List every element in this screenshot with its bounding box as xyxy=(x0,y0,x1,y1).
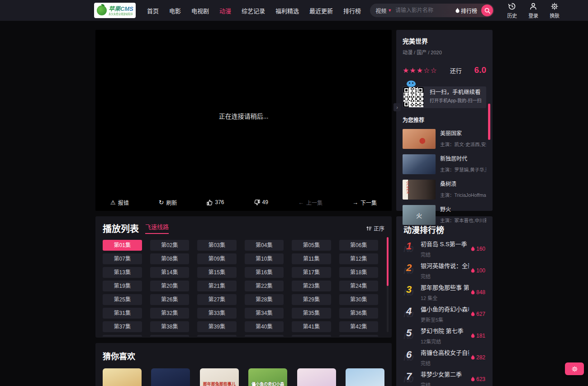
ranking-item[interactable]: N03那年那兔那些事 第二...12 集全848 xyxy=(403,284,485,300)
prev-episode-button[interactable]: ← 上一集 xyxy=(298,199,322,206)
recommend-item[interactable]: ULBER桑树渍主演：TriciaJoHoffman,Ba... xyxy=(403,180,486,200)
login-button[interactable]: 登录 xyxy=(526,2,540,19)
episode-button[interactable]: 第17集 xyxy=(292,267,331,278)
search-hot-ranking-link[interactable]: 排行榜 xyxy=(455,7,477,14)
ranking-heat-count: 160 xyxy=(476,246,485,252)
episode-button[interactable]: 第31集 xyxy=(103,308,142,319)
video-player[interactable]: 正在连接请稍后... ⚠ 报错 ↻ 刷新 376 49 xyxy=(95,30,392,211)
nav-item-3[interactable]: 动漫 xyxy=(219,6,231,15)
episode-button[interactable]: 第07集 xyxy=(103,253,142,264)
episode-button[interactable]: 第12集 xyxy=(339,253,379,264)
episode-button[interactable]: 第02集 xyxy=(150,240,190,251)
playlist-line-tab[interactable]: 飞速线路 xyxy=(145,222,169,234)
search-category-dropdown[interactable]: 视频 ▼ xyxy=(375,7,392,14)
episode-button[interactable]: 第41集 xyxy=(292,321,331,332)
dislike-count: 49 xyxy=(262,199,268,205)
episode-button[interactable]: 第06集 xyxy=(339,240,379,251)
episode-button[interactable]: 第13集 xyxy=(103,267,142,278)
guess-poster[interactable]: 那年那兔那些事儿 xyxy=(200,368,239,386)
nav-item-1[interactable]: 电影 xyxy=(169,6,181,15)
recommend-item[interactable]: 新独居时代主演：罗慧娟,黄子华,甄楚倩... xyxy=(403,154,486,174)
nav-item-2[interactable]: 电视剧 xyxy=(191,6,209,15)
episode-button[interactable]: 第47集 xyxy=(292,335,331,337)
episode-button[interactable]: 第25集 xyxy=(103,294,142,305)
episode-button[interactable]: 第45集 xyxy=(197,335,237,337)
episode-button[interactable]: 第33集 xyxy=(197,308,237,319)
guess-poster[interactable] xyxy=(103,368,142,386)
dislike-button[interactable]: 49 xyxy=(254,199,268,205)
episode-button[interactable]: 第35集 xyxy=(292,308,331,319)
episode-button[interactable]: 第15集 xyxy=(197,267,237,278)
site-logo[interactable]: 苹果CMS 永久免费全能建站程序 xyxy=(94,3,136,18)
floating-settings-button[interactable] xyxy=(565,362,584,375)
episode-button[interactable]: 第23集 xyxy=(292,281,331,291)
episode-button[interactable]: 第42集 xyxy=(339,321,379,332)
episode-button[interactable]: 第46集 xyxy=(245,335,284,337)
recommend-item[interactable]: 美丽国家主演：凯文·史派西,安妮特... xyxy=(403,129,486,149)
episode-button[interactable]: 第40集 xyxy=(245,321,284,332)
episode-button[interactable]: 第28集 xyxy=(245,294,284,305)
skin-button[interactable]: 换肤 xyxy=(548,2,561,19)
recommend-collapse-arrow[interactable]: › xyxy=(394,103,401,111)
episode-button[interactable]: 第09集 xyxy=(197,253,237,264)
episode-button[interactable]: 第29集 xyxy=(292,294,331,305)
search-button[interactable] xyxy=(481,5,493,16)
refresh-button[interactable]: ↻ 刷新 xyxy=(159,199,177,206)
search-input[interactable] xyxy=(392,7,455,14)
episode-button[interactable]: 第05集 xyxy=(292,240,331,251)
like-button[interactable]: 376 xyxy=(207,199,224,205)
recommend-item[interactable]: 火野火主演：冢本晋也,中川雅也,中... xyxy=(403,205,486,225)
episode-button[interactable]: 第30集 xyxy=(339,294,379,305)
history-button[interactable]: 历史 xyxy=(505,2,519,19)
episode-button[interactable]: 第21集 xyxy=(197,281,237,291)
episode-button[interactable]: 第36集 xyxy=(339,308,379,319)
episode-button[interactable]: 第10集 xyxy=(245,253,284,264)
thumbs-up-icon xyxy=(207,200,213,205)
search-icon xyxy=(484,8,490,14)
ranking-item[interactable]: N04儡小鱼的奇幻小森林更新至5集627 xyxy=(403,305,485,322)
episode-button[interactable]: 第48集 xyxy=(339,335,379,337)
episode-button[interactable]: 第14集 xyxy=(150,267,190,278)
episode-button[interactable]: 第34集 xyxy=(245,308,284,319)
nav-item-6[interactable]: 最近更新 xyxy=(309,6,333,15)
guess-poster[interactable]: 儡小鱼の奇幻小森林 xyxy=(248,368,287,386)
episode-button[interactable]: 第39集 xyxy=(197,321,237,332)
episode-button[interactable]: 第18集 xyxy=(339,267,379,278)
episode-button[interactable]: 第11集 xyxy=(292,253,331,264)
ranking-item[interactable]: N05梦幻书院 第七季12集完结181 xyxy=(403,327,485,344)
playlist-scrollbar-thumb[interactable] xyxy=(387,237,389,286)
nav-item-7[interactable]: 排行榜 xyxy=(343,6,361,15)
episode-button[interactable]: 第43集 xyxy=(103,335,142,337)
sort-order-button[interactable]: 正序 xyxy=(366,224,384,234)
guess-poster[interactable] xyxy=(151,368,190,386)
episode-button[interactable]: 第27集 xyxy=(197,294,237,305)
ranking-item[interactable]: N06南镰仓高校女子自行...完结282 xyxy=(403,349,485,366)
episode-button[interactable]: 第20集 xyxy=(150,281,190,291)
recommend-scrollbar-thumb[interactable] xyxy=(488,104,490,140)
episode-button[interactable]: 第38集 xyxy=(150,321,190,332)
episode-button[interactable]: 第16集 xyxy=(245,267,284,278)
episode-button[interactable]: 第03集 xyxy=(197,240,237,251)
episode-button[interactable]: 第01集 xyxy=(103,240,142,251)
episode-button[interactable]: 第04集 xyxy=(245,240,284,251)
episode-button[interactable]: 第19集 xyxy=(103,281,142,291)
episode-button[interactable]: 第44集 xyxy=(150,335,190,337)
nav-item-4[interactable]: 综艺记录 xyxy=(242,6,265,15)
ranking-item[interactable]: N01初音岛 S.S第一季完结160 xyxy=(403,240,485,257)
nav-item-5[interactable]: 福利精选 xyxy=(275,6,299,15)
nav-item-0[interactable]: 首页 xyxy=(147,6,159,15)
episode-button[interactable]: 第24集 xyxy=(339,281,379,291)
guess-poster[interactable] xyxy=(346,368,384,386)
episode-button[interactable]: 第32集 xyxy=(150,308,190,319)
guess-poster[interactable] xyxy=(297,368,336,386)
episode-button[interactable]: 第26集 xyxy=(150,294,190,305)
qr-caption: 扫一扫，手机继续看 xyxy=(430,90,481,95)
episode-button[interactable]: 第08集 xyxy=(150,253,190,264)
report-error-button[interactable]: ⚠ 报错 xyxy=(110,199,129,206)
episode-button[interactable]: 第22集 xyxy=(245,281,284,291)
ranking-item[interactable]: N02银河英雄传说：全新...完结100 xyxy=(403,262,485,279)
ranking-item[interactable]: N07菲梦少女第二季完结623 xyxy=(403,371,485,386)
star-rating[interactable]: ★★★☆☆ xyxy=(403,66,437,75)
episode-button[interactable]: 第37集 xyxy=(103,321,142,332)
next-episode-button[interactable]: → 下一集 xyxy=(352,199,377,206)
